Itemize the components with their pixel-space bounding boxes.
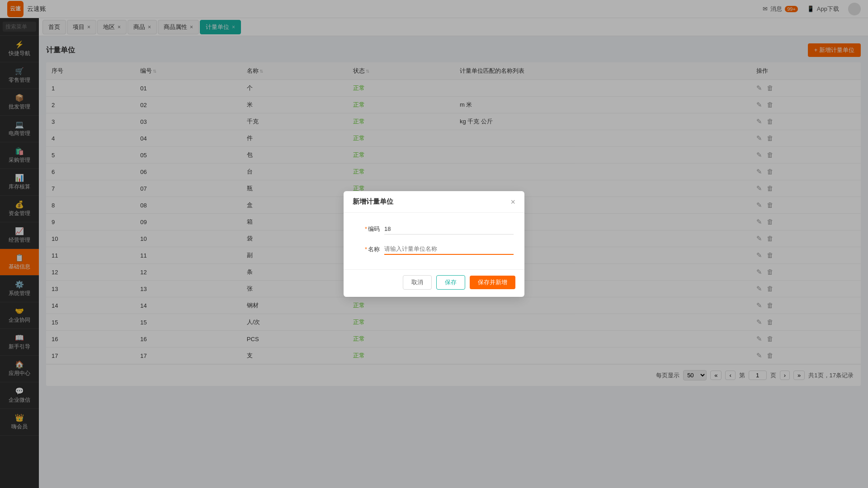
modal-footer: 取消 保存 保存并新增: [344, 269, 524, 297]
name-required-mark: *: [365, 246, 367, 253]
form-row-name: *名称: [354, 244, 514, 255]
form-row-code: *编码: [354, 224, 514, 235]
name-label: *名称: [354, 245, 380, 253]
modal-body: *编码 *名称: [344, 213, 524, 269]
code-required-mark: *: [365, 225, 367, 232]
modal-header: 新增计量单位 ×: [344, 191, 524, 213]
code-label: *编码: [354, 225, 380, 233]
modal-close-btn[interactable]: ×: [510, 198, 515, 206]
modal-title: 新增计量单位: [353, 197, 393, 206]
modal-overlay[interactable]: 新增计量单位 × *编码 *名称 取消 保存 保存并新增: [0, 0, 868, 488]
name-input[interactable]: [384, 244, 514, 255]
cancel-button[interactable]: 取消: [403, 275, 432, 290]
save-button[interactable]: 保存: [436, 275, 465, 290]
code-input[interactable]: [384, 224, 514, 235]
add-unit-modal: 新增计量单位 × *编码 *名称 取消 保存 保存并新增: [344, 191, 524, 297]
save-and-new-button[interactable]: 保存并新增: [470, 276, 515, 289]
